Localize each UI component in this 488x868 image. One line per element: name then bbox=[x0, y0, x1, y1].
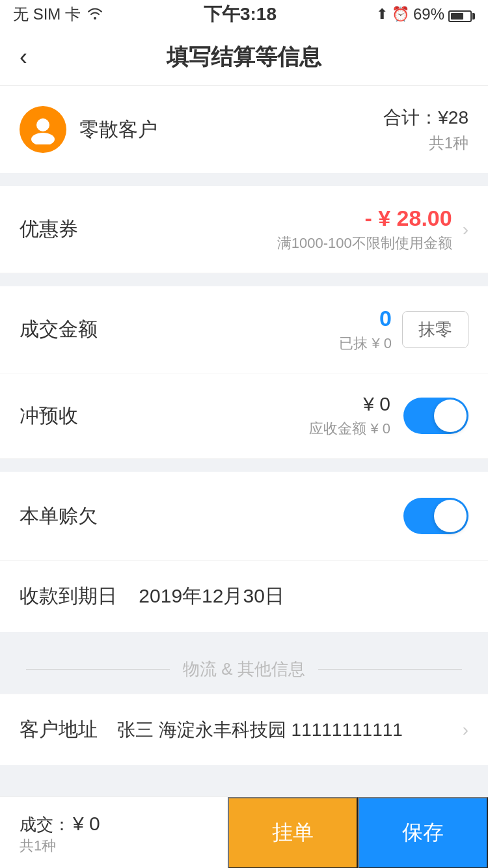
transaction-row: 成交金额 0 已抹 ¥ 0 抹零 bbox=[0, 286, 488, 373]
bottom-deal-row: 成交： ¥ 0 bbox=[20, 810, 208, 836]
address-chevron-icon: › bbox=[463, 720, 468, 740]
debt-toggle[interactable] bbox=[403, 498, 468, 534]
person-icon bbox=[28, 115, 58, 144]
prepayment-right: ¥ 0 应收金额 ¥ 0 bbox=[309, 393, 468, 439]
debt-label: 本单赊欠 bbox=[20, 503, 98, 530]
divider-5 bbox=[0, 765, 488, 791]
customer-right: 合计：¥28 共1种 bbox=[383, 105, 468, 154]
bottom-info: 成交： ¥ 0 共1种 bbox=[0, 810, 228, 856]
due-date-value: 2019年12月30日 bbox=[139, 585, 284, 606]
logistics-text: 物流 & 其他信息 bbox=[183, 658, 305, 681]
bottom-deal-label: 成交： bbox=[20, 813, 70, 836]
customer-count: 共1种 bbox=[383, 133, 468, 154]
address-row[interactable]: 客户地址 张三 海淀永丰科技园 11111111111 › bbox=[0, 694, 488, 765]
transaction-value: 0 bbox=[339, 306, 392, 331]
prepayment-row: 冲预收 ¥ 0 应收金额 ¥ 0 bbox=[0, 373, 488, 459]
transaction-value-block: 0 已抹 ¥ 0 bbox=[339, 306, 392, 353]
bottom-deal-count: 共1种 bbox=[20, 836, 208, 856]
due-date-row: 收款到期日 2019年12月30日 bbox=[0, 560, 488, 632]
customer-total: 合计：¥28 bbox=[383, 105, 468, 130]
address-value: 张三 海淀永丰科技园 11111111111 bbox=[117, 718, 456, 742]
svg-point-1 bbox=[31, 133, 55, 144]
coupon-label: 优惠券 bbox=[20, 216, 78, 243]
transaction-section: 成交金额 0 已抹 ¥ 0 抹零 冲预收 ¥ 0 应收金额 ¥ 0 bbox=[0, 286, 488, 459]
coupon-sub: 满1000-100不限制使用金额 bbox=[277, 234, 452, 253]
transaction-right: 0 已抹 ¥ 0 抹零 bbox=[339, 306, 468, 353]
back-button[interactable]: ‹ bbox=[20, 44, 27, 71]
transaction-label: 成交金额 bbox=[20, 316, 98, 343]
wifi-icon bbox=[86, 5, 104, 23]
page-title: 填写结算等信息 bbox=[167, 42, 321, 72]
coupon-section: 优惠券 - ¥ 28.00 满1000-100不限制使用金额 › bbox=[0, 186, 488, 273]
logistics-line-right bbox=[318, 669, 462, 670]
prepayment-value: ¥ 0 bbox=[309, 393, 390, 415]
debt-toggle-knob bbox=[434, 500, 467, 532]
divider-4 bbox=[0, 632, 488, 645]
divider-2 bbox=[0, 273, 488, 286]
carrier-text: 无 SIM 卡 bbox=[13, 4, 81, 25]
customer-card: 零散客户 合计：¥28 共1种 bbox=[0, 86, 488, 173]
divider-1 bbox=[0, 173, 488, 186]
customer-left: 零散客户 bbox=[20, 106, 157, 153]
address-label: 客户地址 bbox=[20, 716, 98, 743]
transaction-sub: 已抹 ¥ 0 bbox=[339, 334, 392, 353]
bottom-bar: 成交： ¥ 0 共1种 挂单 保存 bbox=[0, 796, 488, 868]
status-left: 无 SIM 卡 bbox=[13, 4, 104, 25]
coupon-chevron-icon: › bbox=[463, 219, 468, 240]
erase-zero-button[interactable]: 抹零 bbox=[402, 311, 468, 348]
status-bar: 无 SIM 卡 下午3:18 ⬆ ⏰ 69% bbox=[0, 0, 488, 29]
due-date-content: 收款到期日 2019年12月30日 bbox=[20, 585, 284, 606]
content-area: 零散客户 合计：¥28 共1种 优惠券 - ¥ 28.00 满1000-100不… bbox=[0, 86, 488, 868]
status-time: 下午3:18 bbox=[204, 2, 277, 27]
location-icon: ⬆ bbox=[376, 6, 388, 23]
due-date-label: 收款到期日 bbox=[20, 585, 117, 606]
coupon-value: - ¥ 28.00 bbox=[277, 206, 452, 231]
customer-name: 零散客户 bbox=[79, 116, 157, 143]
logistics-line-left bbox=[26, 669, 170, 670]
nav-bar: ‹ 填写结算等信息 bbox=[0, 29, 488, 86]
battery-icon bbox=[448, 5, 475, 23]
battery-text: 69% bbox=[413, 5, 444, 23]
hang-order-button[interactable]: 挂单 bbox=[228, 797, 358, 869]
alarm-icon: ⏰ bbox=[392, 6, 409, 23]
divider-3 bbox=[0, 459, 488, 472]
prepayment-values: ¥ 0 应收金额 ¥ 0 bbox=[309, 393, 390, 439]
coupon-value-block: - ¥ 28.00 满1000-100不限制使用金额 bbox=[277, 206, 452, 253]
coupon-right: - ¥ 28.00 满1000-100不限制使用金额 › bbox=[277, 206, 468, 253]
prepayment-sub: 应收金额 ¥ 0 bbox=[309, 419, 390, 439]
prepayment-toggle[interactable] bbox=[403, 398, 468, 434]
bottom-deal-amount: ¥ 0 bbox=[73, 813, 100, 835]
coupon-row[interactable]: 优惠券 - ¥ 28.00 满1000-100不限制使用金额 › bbox=[0, 186, 488, 273]
customer-avatar bbox=[20, 106, 66, 153]
debt-row: 本单赊欠 bbox=[0, 472, 488, 560]
logistics-divider: 物流 & 其他信息 bbox=[0, 645, 488, 694]
prepayment-label: 冲预收 bbox=[20, 403, 78, 429]
toggle-knob bbox=[434, 400, 467, 432]
status-right: ⬆ ⏰ 69% bbox=[376, 5, 475, 23]
svg-point-0 bbox=[36, 118, 49, 131]
save-button[interactable]: 保存 bbox=[358, 797, 488, 869]
